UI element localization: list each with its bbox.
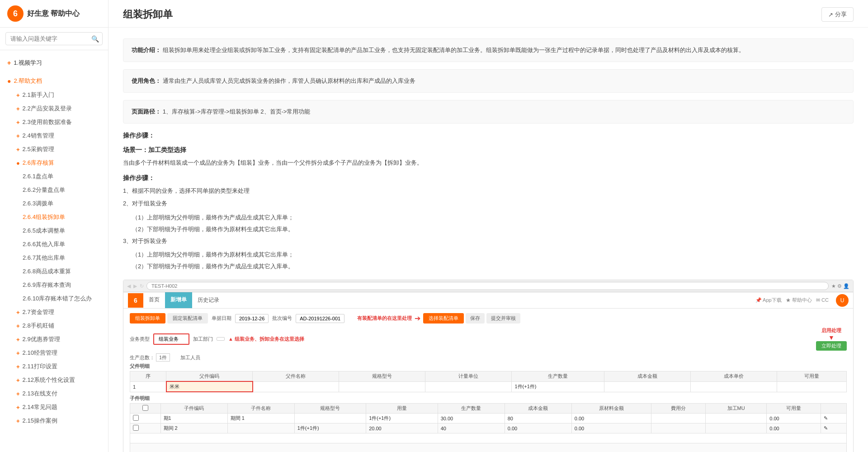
parent-table-label: 父件明细	[130, 363, 847, 370]
row-check-2[interactable]	[133, 425, 139, 431]
sidebar-label-faq: 2.14常见问题	[23, 403, 57, 411]
ccell-name-2	[227, 423, 294, 433]
sidebar-item-purchase[interactable]: + 2.5采购管理	[0, 143, 108, 156]
role-text: 通常由生产人员或库管人员完成拆装业务的操作，库管人员确认原材料的出库和产成品的入…	[163, 77, 415, 84]
ccell-fee-2	[651, 423, 706, 433]
sidebar-label-coupon: 2.9优惠券管理	[23, 335, 60, 343]
sidebar-item-ledger-fix[interactable]: 2.6.10库存账本错了怎么办	[0, 292, 108, 305]
btn-submit[interactable]: 提交并审核	[486, 313, 520, 324]
sidebar-item-other-out[interactable]: 2.6.7其他出库单	[0, 251, 108, 265]
tab-other[interactable]: 固定装配清单	[167, 313, 208, 324]
child-table-label: 子件明细	[130, 395, 847, 402]
tab-assembly-active[interactable]: 组装拆卸单	[130, 313, 165, 324]
cell-spec	[339, 381, 425, 392]
th-name: 父件名称	[253, 371, 339, 382]
cell-avail	[777, 381, 846, 392]
step-list: 1、根据不同的业务，选择不同单据的类型来处理 2、对于组装业务	[123, 186, 854, 209]
sidebar-label-ops: 2.10经营管理	[23, 349, 57, 357]
parent-table-area: 父件明细 序 父件编码 父件名称 规格型号 计量单位 生产数量	[130, 363, 847, 392]
sidebar-item-partial-stocktake[interactable]: 2.6.2分量盘点单	[0, 183, 108, 197]
cell-unit-cost	[690, 381, 777, 392]
sidebar-item-fund[interactable]: + 2.7资金管理	[0, 305, 108, 319]
dept-label: 加工部门	[193, 336, 213, 343]
th-unit-cost: 成本单价	[690, 371, 777, 382]
btn-enable[interactable]: 立即处理	[816, 341, 847, 351]
sidebar-item-transfer[interactable]: 2.6.3调拨单	[0, 197, 108, 210]
num-value[interactable]: 1件	[156, 353, 170, 362]
ccell-cost-2: 0.00	[505, 423, 571, 433]
ccell-mu-2	[705, 423, 766, 433]
btn-save[interactable]: 保存	[466, 313, 485, 324]
plus-icon-mobile: +	[16, 323, 20, 329]
cell-qty: 1件(+1件)	[512, 381, 604, 392]
ccell-prodqty-2: 40	[438, 423, 505, 433]
cth-action	[821, 404, 846, 414]
share-button[interactable]: ↗ 分享	[821, 7, 854, 22]
child-table: 子件编码 子件名称 规格型号 用量 生产数量 成本金额 原材料金额 費用分 加工…	[130, 403, 847, 452]
btn-process[interactable]: 选择装配清单	[423, 313, 464, 324]
ccell-mu	[705, 414, 766, 423]
sidebar-item-coupon[interactable]: + 2.9优惠券管理	[0, 333, 108, 346]
sidebar-item-mobile[interactable]: + 2.8手机旺铺	[0, 319, 108, 333]
th-code: 父件编码	[166, 371, 253, 382]
sidebar-label-inventory: 2.6库存核算	[23, 159, 54, 167]
cell-unit	[425, 381, 512, 392]
row-check-1[interactable]	[133, 415, 139, 421]
sidebar-item-cost-adj[interactable]: 2.6.5成本调整单	[0, 224, 108, 238]
sidebar-item-ops[interactable]: + 2.10经营管理	[0, 346, 108, 360]
path-block: 页面路径： 1、库存核算->库存管理->组装拆卸单 2、首页->常用功能	[123, 100, 854, 124]
select-all-check[interactable]	[142, 405, 148, 411]
browser-icons: ★ ⚙ 👤	[831, 283, 849, 289]
sidebar-item-ledger[interactable]: 2.6.9库存账本查询	[0, 278, 108, 292]
field-date-value[interactable]: 2019-12-26	[235, 314, 269, 323]
nav-tab-home[interactable]: 首页	[143, 292, 165, 308]
plus-icon-dataprep: +	[16, 119, 20, 126]
cth-prodqty: 生产数量	[438, 404, 505, 414]
sidebar-item-stocktake[interactable]: 2.6.1盘点单	[0, 170, 108, 183]
browser-forward-icon: ▶	[133, 283, 137, 289]
app-content: 组装拆卸单 固定装配清单 单据日期 2019-12-26 批次编号 AD-201…	[123, 309, 853, 452]
article-content: 功能介绍： 组装拆卸单用来处理企业组装或拆卸等加工业务，支持有固定装配清单的产品…	[108, 28, 868, 452]
sidebar-item-assembly[interactable]: 2.6.4组装拆卸单	[0, 210, 108, 224]
th-avail: 可用量	[777, 371, 846, 382]
role-label: 使用角色：	[132, 77, 161, 84]
nav-tab-history[interactable]: 历史记录	[192, 293, 225, 308]
type-select[interactable]: 组装业务	[153, 333, 189, 345]
sidebar-item-inventory[interactable]: ● 2.6库存核算	[0, 156, 108, 170]
sidebar-item-print[interactable]: + 2.11打印设置	[0, 360, 108, 373]
sidebar-item-cases[interactable]: + 2.15操作案例	[0, 414, 108, 428]
sidebar-item-install[interactable]: + 2.2产品安装及登录	[0, 102, 108, 115]
sidebar-item-payment[interactable]: + 2.13在线支付	[0, 387, 108, 400]
empty-row-3	[130, 433, 847, 443]
search-input[interactable]	[5, 32, 103, 45]
dept-value[interactable]	[217, 337, 225, 341]
sidebar-item-videos[interactable]: + 1.视频学习	[0, 56, 108, 70]
annotation-zone-1: 有装配清单的在这里处理 ➔ 选择装配清单 保存 提交并审核	[348, 313, 847, 324]
search-icon[interactable]: 🔍	[91, 35, 99, 43]
path-text: 1、库存核算->库存管理->组装拆卸单 2、首页->常用功能	[163, 108, 311, 115]
step3-list: 3、对于拆装业务	[123, 236, 854, 246]
sidebar-item-cost-recalc[interactable]: 2.6.8商品成本重算	[0, 265, 108, 278]
nav-tab-active[interactable]: 新增单	[165, 292, 192, 308]
sidebar-item-docs[interactable]: ● 2.帮助文档	[0, 74, 108, 88]
plus-icon-install: +	[16, 105, 20, 112]
ccell-avail: 0.00	[767, 414, 821, 423]
field-batch-value[interactable]: AD-20191226-001	[296, 314, 344, 323]
sidebar-item-other-in[interactable]: 2.6.6其他入库单	[0, 238, 108, 251]
step-1: 1、根据不同的业务，选择不同单据的类型来处理	[123, 186, 854, 196]
th-seq: 序	[130, 371, 166, 382]
ccell-check	[130, 414, 161, 423]
child-row-3	[130, 433, 847, 443]
ccell-fee	[651, 414, 706, 423]
sidebar-item-newbie[interactable]: + 2.1新手入门	[0, 88, 108, 102]
sidebar-label-newbie: 2.1新手入门	[23, 91, 54, 99]
sidebar-item-sales[interactable]: + 2.4销售管理	[0, 129, 108, 143]
sidebar-item-custom[interactable]: + 2.12系统个性化设置	[0, 373, 108, 387]
annotation-zone-3: 启用处理 ▼ 立即处理	[816, 327, 847, 351]
field-batch-label: 批次编号	[272, 315, 292, 322]
sidebar-item-dataprep[interactable]: + 2.3使用前数据准备	[0, 115, 108, 129]
logo-icon: 6	[7, 5, 24, 22]
sidebar-label-fund: 2.7资金管理	[23, 308, 54, 316]
sidebar-item-faq[interactable]: + 2.14常见问题	[0, 400, 108, 414]
info-row: 生产总数： 1件 加工人员	[130, 354, 847, 361]
